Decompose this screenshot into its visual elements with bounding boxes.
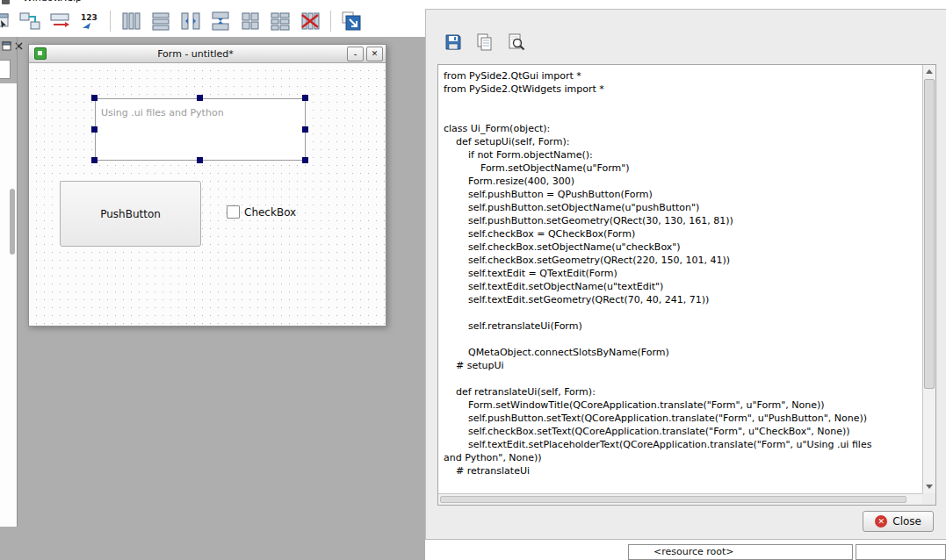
- bottom-dock-area: <resource root>: [425, 540, 946, 560]
- selection-handle-sw[interactable]: [91, 157, 97, 163]
- selection-handle-nw[interactable]: [91, 95, 97, 101]
- mdi-area: Form - untitled* - ✕ Using .ui files and…: [0, 37, 425, 560]
- pushbutton-widget[interactable]: PushButton: [60, 181, 201, 247]
- break-layout-icon[interactable]: [298, 9, 322, 33]
- save-icon[interactable]: [442, 31, 465, 54]
- code-line: if not Form.objectName():: [444, 148, 922, 162]
- code-line: self.checkBox.setGeometry(QRect(220, 150…: [444, 254, 922, 267]
- widgetbox-filter-input[interactable]: [0, 60, 11, 79]
- code-line: # retranslateUi: [444, 464, 922, 477]
- svg-text:123: 123: [81, 13, 97, 22]
- menu-window[interactable]: Window: [23, 0, 61, 4]
- form-close-button[interactable]: ✕: [366, 47, 383, 61]
- code-line: self.pushButton.setGeometry(QRect(30, 13…: [444, 214, 922, 227]
- code-line: Form.setWindowTitle(QCoreApplication.tra…: [444, 398, 922, 412]
- selection-handle-e[interactable]: [302, 126, 308, 133]
- form-window-title: Form - untitled*: [47, 48, 344, 60]
- code-line: self.textEdit.setPlaceholderText(QCoreAp…: [444, 438, 922, 451]
- code-line: self.checkBox.setText(QCoreApplication.t…: [444, 425, 922, 438]
- code-line: [444, 306, 922, 319]
- selection-handle-s[interactable]: [197, 157, 203, 163]
- vertical-scrollbar-thumb[interactable]: [924, 79, 935, 389]
- code-line: [444, 96, 922, 109]
- code-line: from PySide2.QtWidgets import *: [444, 83, 922, 96]
- code-line: self.checkBox = QCheckBox(Form): [444, 227, 922, 241]
- form-minimize-button[interactable]: -: [347, 47, 364, 61]
- textedit-widget[interactable]: Using .ui files and Python: [95, 98, 306, 161]
- dock-float-icon[interactable]: [1, 40, 12, 52]
- code-line: self.retranslateUi(Form): [444, 319, 922, 333]
- code-line: self.textEdit.setObjectName(u"textEdit"): [444, 280, 922, 293]
- resource-root-item[interactable]: <resource root>: [628, 544, 853, 560]
- code-text[interactable]: from PySide2.QtGui import *from PySide2.…: [438, 65, 922, 493]
- qt-designer-window: Window Help 123: [0, 0, 946, 560]
- code-line: QMetaObject.connectSlotsByName(Form): [444, 346, 922, 359]
- layout-vertical-icon[interactable]: [148, 9, 173, 33]
- edit-widgets-icon[interactable]: [0, 9, 12, 33]
- checkbox-label: CheckBox: [244, 206, 296, 219]
- widgetbox-panel: [0, 83, 18, 527]
- code-line: # setupUi: [444, 359, 922, 372]
- selection-handle-n[interactable]: [197, 95, 203, 101]
- copy-icon[interactable]: [473, 31, 496, 54]
- form-editor-window: Form - untitled* - ✕ Using .ui files and…: [28, 44, 386, 327]
- close-x-icon: ✕: [875, 515, 887, 528]
- form-titlebar[interactable]: Form - untitled* - ✕: [29, 45, 386, 63]
- code-line: Form.setObjectName(u"Form"): [444, 162, 922, 175]
- toolbar-separator: [110, 11, 111, 32]
- resource-side-panel: [856, 544, 946, 560]
- vertical-scrollbar[interactable]: [922, 65, 935, 493]
- edit-signals-slots-icon[interactable]: [18, 9, 42, 33]
- code-line: self.pushButton = QPushButton(Form): [444, 188, 922, 201]
- toolbar-separator: [330, 11, 331, 32]
- scrollbar-corner: [922, 493, 935, 505]
- code-line: self.textEdit = QTextEdit(Form): [444, 267, 922, 280]
- close-button[interactable]: ✕ Close: [863, 511, 934, 532]
- code-line: Form.resize(400, 300): [444, 175, 922, 188]
- code-line: [444, 333, 922, 346]
- code-line: and Python", None)): [444, 451, 922, 464]
- code-viewer-toolbar: [442, 31, 528, 54]
- horizontal-scrollbar[interactable]: [438, 493, 922, 505]
- find-icon[interactable]: [505, 31, 528, 54]
- checkbox-box-icon[interactable]: [227, 205, 240, 219]
- layout-form-icon[interactable]: [268, 9, 292, 33]
- code-text-area[interactable]: from PySide2.QtGui import *from PySide2.…: [437, 64, 936, 506]
- dock-close-icon[interactable]: [13, 40, 25, 52]
- adjust-size-icon[interactable]: [339, 9, 364, 33]
- code-line: self.pushButton.setObjectName(u"pushButt…: [444, 201, 922, 214]
- main-toolbar: 123: [0, 5, 425, 37]
- selection-handle-se[interactable]: [302, 157, 308, 163]
- code-line: [444, 372, 922, 385]
- horizontal-scrollbar-thumb[interactable]: [440, 496, 906, 503]
- form-canvas[interactable]: Using .ui files and Python PushButton Ch…: [29, 63, 386, 326]
- selection-handle-w[interactable]: [91, 126, 97, 133]
- close-button-label: Close: [892, 515, 921, 528]
- layout-horizontal-splitter-icon[interactable]: [178, 9, 203, 33]
- widgetbox-scrollbar-thumb[interactable]: [10, 189, 15, 255]
- menu-icon: [2, 0, 10, 4]
- code-viewer-dialog: from PySide2.QtGui import *from PySide2.…: [425, 9, 946, 540]
- edit-tab-order-icon[interactable]: 123: [77, 9, 102, 33]
- scroll-up-icon[interactable]: [923, 65, 935, 78]
- code-line: self.checkBox.setObjectName(u"checkBox"): [444, 241, 922, 254]
- code-line: from PySide2.QtGui import *: [444, 69, 922, 83]
- selection-handle-ne[interactable]: [302, 95, 308, 101]
- layout-horizontal-icon[interactable]: [119, 9, 143, 33]
- code-line: def setupUi(self, Form):: [444, 135, 922, 148]
- form-window-icon: [34, 47, 47, 60]
- scroll-down-icon[interactable]: [923, 480, 935, 493]
- menu-help[interactable]: Help: [60, 0, 82, 4]
- dock-divider: [17, 37, 18, 83]
- code-line: def retranslateUi(self, Form):: [444, 385, 922, 398]
- code-line: self.textEdit.setGeometry(QRect(70, 40, …: [444, 293, 922, 306]
- code-line: class Ui_Form(object):: [444, 122, 922, 135]
- layout-grid-icon[interactable]: [238, 9, 263, 33]
- layout-vertical-splitter-icon[interactable]: [208, 9, 233, 33]
- code-line: self.pushButton.setText(QCoreApplication…: [444, 412, 922, 425]
- checkbox-widget[interactable]: CheckBox: [227, 205, 296, 219]
- edit-buddies-icon[interactable]: [47, 9, 72, 33]
- code-line: [444, 109, 922, 122]
- textedit-placeholder: Using .ui files and Python: [101, 107, 224, 118]
